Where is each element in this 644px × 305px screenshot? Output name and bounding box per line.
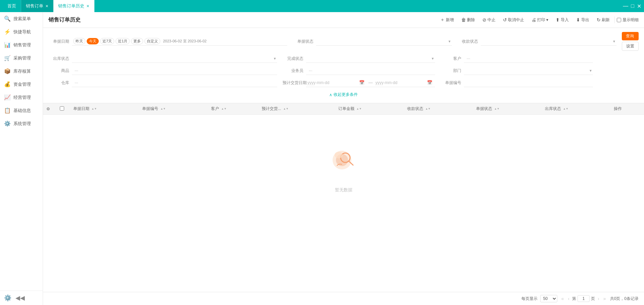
collapse-row[interactable]: ∧ 收起更多条件 xyxy=(48,90,639,99)
payment-status-label: 收款状态 xyxy=(457,39,481,44)
customer-label: 客户 xyxy=(440,56,464,62)
gear-icon[interactable]: ⚙ xyxy=(46,107,50,111)
date-today-btn[interactable]: 今天 xyxy=(87,38,99,44)
th-bill-status[interactable]: 单据状态 ▲▼ xyxy=(473,103,542,115)
product-filter-value[interactable]: ··· xyxy=(72,66,277,75)
product-dots[interactable]: ··· xyxy=(73,68,80,73)
delivery-status-filter-value[interactable]: ▾ xyxy=(72,54,277,63)
expected-delivery-start-input[interactable] xyxy=(307,80,356,85)
filter-salesperson-item: 业务员 ··· xyxy=(283,66,435,75)
sidebar-item-search[interactable]: 🔍 搜索菜单 xyxy=(0,12,43,25)
bill-number-input[interactable] xyxy=(465,80,592,85)
completion-status-select[interactable]: ▾ xyxy=(307,56,434,61)
expected-delivery-end-input[interactable] xyxy=(376,80,425,85)
bill-status-select[interactable]: ▾ xyxy=(317,39,450,44)
salesperson-filter-value[interactable]: ··· xyxy=(306,66,435,75)
page-number-input[interactable] xyxy=(577,295,590,302)
close-sales-order-tab[interactable]: ✕ xyxy=(45,4,48,8)
sidebar-collapse-icon[interactable]: ◀◀ xyxy=(15,294,25,302)
page-size-select[interactable]: 20 50 100 xyxy=(540,295,557,302)
import-button[interactable]: ⬆ 导入 xyxy=(553,16,571,24)
export-button[interactable]: ⬇ 导出 xyxy=(573,16,592,24)
warehouse-label: 仓库 xyxy=(48,80,72,86)
th-check[interactable] xyxy=(56,103,70,115)
tab-sales-order[interactable]: 销售订单 ✕ xyxy=(21,0,53,12)
tab-home[interactable]: 首页 xyxy=(3,0,21,12)
sidebar-item-finance[interactable]: 💰 资金管理 xyxy=(0,78,43,91)
department-select[interactable]: ▾ xyxy=(465,68,592,73)
sidebar-item-purchase[interactable]: 🛒 采购管理 xyxy=(0,51,43,65)
date-1month-btn[interactable]: 近1月 xyxy=(116,38,130,44)
date-filter-value: 昨天 今天 近7天 近1月 更多 自定义 2023-06-02 至 2023-0… xyxy=(72,37,287,46)
th-gear[interactable]: ⚙ xyxy=(43,103,56,115)
th-payment-status[interactable]: 收款状态 ▲▼ xyxy=(404,103,473,115)
salesperson-dots[interactable]: ··· xyxy=(307,68,314,73)
th-number[interactable]: 单据编号 ▲▼ xyxy=(139,103,208,115)
sidebar-item-basic[interactable]: 📋 基础信息 xyxy=(0,104,43,117)
sidebar-item-operations[interactable]: 📈 经营管理 xyxy=(0,91,43,104)
delete-button[interactable]: 🗑 删除 xyxy=(459,16,478,24)
last-page-button[interactable]: » xyxy=(602,295,607,302)
filter-row-2: 出库状态 ▾ 完成状态 ▾ xyxy=(48,54,639,63)
search-icon: 🔍 xyxy=(4,15,11,22)
topbar-minimize-button[interactable]: — xyxy=(623,3,628,9)
sidebar-item-sales[interactable]: 📊 销售管理 xyxy=(0,38,43,51)
payment-status-filter-value[interactable]: ▾ xyxy=(481,37,616,46)
empty-row: 暂无数据 xyxy=(43,115,644,220)
sidebar-item-inventory[interactable]: 📦 库存核算 xyxy=(0,65,43,78)
svg-point-4 xyxy=(335,152,343,158)
th-expected-delivery[interactable]: 预计交货... ▲▼ xyxy=(258,103,335,115)
date-custom-btn[interactable]: 自定义 xyxy=(144,38,160,44)
select-all-checkbox[interactable] xyxy=(60,106,64,111)
sidebar-item-quick-nav[interactable]: ⚡ 快捷导航 xyxy=(0,25,43,38)
date-more-btn[interactable]: 更多 xyxy=(131,38,143,44)
th-delivery-status[interactable]: 出库状态 ▲▼ xyxy=(542,103,610,115)
department-filter-value[interactable]: ▾ xyxy=(464,66,593,75)
close-sales-history-tab[interactable]: ✕ xyxy=(86,4,89,8)
new-button[interactable]: ＋ 新增 xyxy=(437,15,457,24)
date-7days-btn[interactable]: 近7天 xyxy=(100,38,114,44)
topbar-maximize-button[interactable]: □ xyxy=(631,3,634,9)
sort-payment-icon: ▲▼ xyxy=(425,107,431,110)
print-dropdown-icon[interactable]: ▾ xyxy=(546,17,548,22)
show-detail-checkbox-label[interactable]: 显示明细 xyxy=(617,17,639,23)
th-date[interactable]: 单据日期 ▲▼ xyxy=(70,103,139,115)
first-page-button[interactable]: « xyxy=(560,295,565,302)
refresh-button[interactable]: ↻ 刷新 xyxy=(594,16,612,24)
sort-delivery-status-icon: ▲▼ xyxy=(563,107,568,110)
topbar-close-button[interactable]: ✕ xyxy=(637,3,641,9)
date-yesterday-btn[interactable]: 昨天 xyxy=(73,38,85,44)
cancel-stop-button[interactable]: ↺ 取消中止 xyxy=(500,16,527,24)
bill-status-filter-value[interactable]: ▾ xyxy=(316,37,452,46)
export-icon: ⬇ xyxy=(576,17,580,23)
salesperson-label: 业务员 xyxy=(283,68,306,74)
th-amount[interactable]: 订单金额 ▲▼ xyxy=(335,103,404,115)
next-page-button[interactable]: › xyxy=(596,295,601,302)
settings-button[interactable]: 设置 xyxy=(622,42,639,51)
warehouse-dots[interactable]: ··· xyxy=(73,80,80,85)
print-button[interactable]: 🖨 打印 ▾ xyxy=(529,16,551,24)
completion-status-filter-value[interactable]: ▾ xyxy=(306,54,435,63)
bill-number-filter-value[interactable] xyxy=(464,78,593,87)
calendar-start-icon[interactable]: 📅 xyxy=(359,80,364,85)
tab-sales-order-history[interactable]: 销售订单历史 ✕ xyxy=(53,0,94,12)
filter-completion-status-item: 完成状态 ▾ xyxy=(283,54,435,63)
sort-customer-icon: ▲▼ xyxy=(221,107,227,110)
calendar-end-icon[interactable]: 📅 xyxy=(427,80,432,85)
customer-dots[interactable]: ··· xyxy=(465,56,472,61)
payment-status-select[interactable]: ▾ xyxy=(482,39,615,44)
delivery-status-select[interactable]: ▾ xyxy=(73,56,276,61)
empty-cell: 暂无数据 xyxy=(43,115,644,220)
prev-page-button[interactable]: ‹ xyxy=(567,295,571,302)
customer-filter-value[interactable]: ··· xyxy=(464,54,593,63)
operations-icon: 📈 xyxy=(4,94,11,101)
print-icon: 🖨 xyxy=(531,17,536,23)
stop-button[interactable]: ⊘ 中止 xyxy=(480,16,498,24)
query-button[interactable]: 查询 xyxy=(622,32,639,40)
warehouse-filter-value[interactable]: ··· xyxy=(72,78,277,87)
sidebar-settings-icon[interactable]: ⚙️ xyxy=(4,294,11,302)
show-detail-checkbox[interactable] xyxy=(617,18,621,22)
th-customer[interactable]: 客户 ▲▼ xyxy=(208,103,258,115)
expected-delivery-label: 预计交货日期 xyxy=(283,80,306,86)
sidebar-item-system[interactable]: ⚙️ 系统管理 xyxy=(0,117,43,130)
